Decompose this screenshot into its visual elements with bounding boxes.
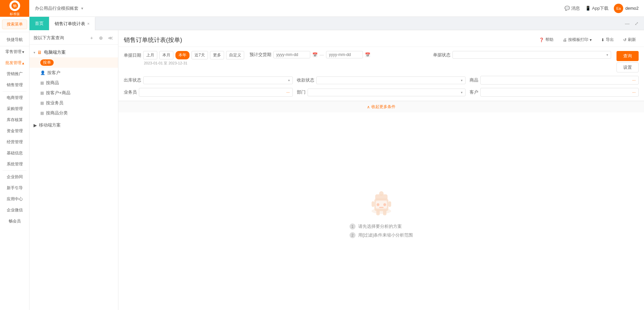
main-area: 办公用品行业模拟账套 ▾ 💬 消息 📱 App下载 Ea demo2 首页 销售…	[30, 0, 644, 310]
scheme-by-category[interactable]: ▦ 按商品分类	[30, 108, 118, 118]
scheme-by-order[interactable]: 按单	[30, 57, 118, 68]
svg-point-6	[383, 203, 386, 206]
date-end-cal-icon: 📅	[365, 52, 370, 57]
message-label: 消息	[571, 5, 580, 11]
username: demo2	[625, 6, 639, 11]
scheme-by-customer-product[interactable]: ▦ 按客户+商品	[30, 88, 118, 98]
sidebar-item-quicknav[interactable]: 快捷导航	[2, 34, 27, 45]
app-logo[interactable]: 畅 标准版	[0, 0, 29, 17]
topbar: 办公用品行业模拟账套 ▾ 💬 消息 📱 App下载 Ea demo2	[30, 0, 644, 17]
scheme-by-salesperson[interactable]: ▦ 按业务员	[30, 98, 118, 108]
tab-home-label: 首页	[35, 20, 44, 27]
empty-tips: 1 请先选择要分析的方案 2 用[过滤]条件来缩小分析范围	[350, 223, 413, 238]
category-icon: ▦	[40, 111, 44, 115]
scheme-by-customer[interactable]: 👤 按客户	[30, 68, 118, 78]
payment-status-arrow: ▾	[461, 79, 463, 82]
add-scheme-button[interactable]: +	[88, 34, 95, 42]
query-button[interactable]: 查询	[616, 51, 639, 61]
search-menu-button[interactable]: 搜索菜单	[2, 19, 27, 29]
product-icon: ▦	[40, 81, 44, 85]
export-label: 导出	[606, 37, 614, 43]
svg-point-13	[379, 191, 383, 196]
settings-button[interactable]: 设置	[616, 62, 639, 72]
sidebar-item-enterprise[interactable]: 企业协同	[0, 171, 29, 183]
help-icon: ❓	[539, 38, 544, 42]
template-print-label: 按模板打印	[568, 37, 588, 43]
pc-scheme-parent[interactable]: ▾ 🖥 电脑端方案	[30, 47, 118, 57]
custom-date-button[interactable]: 自定义	[226, 51, 244, 59]
sidebar-item-operations[interactable]: 经营管理	[0, 137, 29, 148]
salesperson-select[interactable]: ···	[139, 88, 293, 97]
app-download-button[interactable]: 📱 App下载	[585, 5, 608, 11]
template-print-button[interactable]: 🖨 按模板打印 ▾	[560, 36, 594, 44]
sidebar-item-ecommerce[interactable]: 电商管理	[0, 92, 29, 103]
print-arrow-icon: ▾	[590, 38, 592, 42]
this-year-button[interactable]: 本年	[175, 51, 190, 59]
product-select[interactable]: ···	[480, 76, 639, 85]
delivery-status-select[interactable]: ▾	[143, 76, 293, 84]
action-buttons: 查询 设置	[616, 51, 639, 72]
more-date-button[interactable]: 更多	[210, 51, 224, 59]
salesperson-section: 业务员 ···	[124, 88, 293, 97]
maximize-button[interactable]: ⤢	[633, 20, 640, 27]
delivery-end-input[interactable]	[326, 51, 363, 58]
window-controls: — ⤢	[620, 20, 644, 27]
collapse-panel-button[interactable]: ≪	[107, 34, 114, 42]
last-month-button[interactable]: 上月	[143, 51, 157, 59]
user-menu[interactable]: Ea demo2	[614, 4, 639, 13]
sales-label: 销售管理	[7, 82, 23, 88]
collapse-filter-bar[interactable]: ∧ 收起更多条件	[118, 101, 644, 112]
settings-scheme-button[interactable]: ⊕	[97, 34, 105, 42]
sidebar-item-appcenter[interactable]: 应用中心	[0, 194, 29, 205]
export-button[interactable]: ⬇ 导出	[598, 36, 616, 44]
help-button[interactable]: ❓ 帮助	[536, 36, 556, 44]
scheme-tree: ▾ 🖥 电脑端方案 按单 👤 按客户 ▦ 按商品 ▦ 按客户+商品	[30, 45, 118, 135]
sidebar-item-newcomer[interactable]: 新手引导	[0, 183, 29, 194]
salesperson-more-icon[interactable]: ···	[286, 90, 290, 95]
sidebar-item-marketing[interactable]: 营销推广	[0, 68, 29, 80]
this-month-button[interactable]: 本月	[159, 51, 173, 59]
department-select[interactable]: ▾	[308, 89, 466, 96]
sidebar-item-purchase[interactable]: 采购管理	[0, 103, 29, 114]
scheme-customer-product-label: 按客户+商品	[46, 90, 70, 96]
active-badge: 按单	[40, 59, 54, 66]
sidebar-item-basic[interactable]: 基础信息	[0, 148, 29, 159]
refresh-button[interactable]: ↺ 刷新	[621, 36, 639, 44]
last7-button[interactable]: 近7天	[192, 51, 208, 59]
sidebar-item-sales[interactable]: 销售管理	[0, 80, 29, 91]
customer-select[interactable]: ···	[480, 88, 639, 97]
svg-rect-7	[379, 207, 383, 208]
empty-tip-2: 2 用[过滤]条件来缩小分析范围	[350, 232, 413, 238]
scheme-by-product[interactable]: ▦ 按商品	[30, 78, 118, 88]
empty-tip-1: 1 请先选择要分析的方案	[350, 223, 413, 229]
product-more-icon[interactable]: ···	[632, 78, 636, 83]
message-button[interactable]: 💬 消息	[565, 5, 580, 11]
ecommerce-label: 电商管理	[7, 95, 23, 101]
sidebar-item-inventory[interactable]: 库存核算	[0, 114, 29, 125]
sidebar-item-system[interactable]: 系统管理	[0, 159, 29, 170]
svg-rect-9	[388, 201, 391, 207]
customer-more-icon[interactable]: ···	[632, 90, 636, 95]
mobile-scheme-parent[interactable]: ▶ 移动端方案	[34, 120, 114, 130]
tab-close-icon[interactable]: ×	[87, 21, 90, 26]
page-title: 销售订单统计表(按单)	[124, 36, 182, 44]
wechat-label: 企业微信	[7, 207, 23, 213]
topbar-title-arrow[interactable]: ▾	[81, 6, 83, 11]
sidebar-item-retail[interactable]: 零售管理 ▾	[0, 46, 29, 57]
minimize-button[interactable]: —	[624, 20, 631, 27]
payment-status-select[interactable]: ▾	[316, 76, 466, 84]
sidebar-item-finance[interactable]: 资金管理	[0, 125, 29, 137]
sidebar-item-member[interactable]: 畅会员	[0, 216, 29, 227]
sidebar-item-wechat[interactable]: 企业微信	[0, 205, 29, 216]
doc-status-select[interactable]: ▾	[452, 51, 611, 59]
tab-sales-stats[interactable]: 销售订单统计表 ×	[49, 17, 95, 30]
sidebar-search-section: 搜索菜单	[0, 17, 29, 32]
customer-section: 客户 ···	[470, 88, 639, 97]
refresh-label: 刷新	[628, 37, 636, 43]
sidebar-item-wholesale[interactable]: 批发管理 ▴	[0, 57, 29, 68]
doc-status-section: 单据状态 ▾	[433, 51, 611, 59]
page-header-actions: ❓ 帮助 🖨 按模板打印 ▾ ⬇ 导出 ↺ 刷新	[536, 36, 639, 44]
retail-label: 零售管理	[5, 49, 21, 55]
tab-home[interactable]: 首页	[30, 17, 49, 30]
delivery-start-input[interactable]	[273, 51, 310, 58]
